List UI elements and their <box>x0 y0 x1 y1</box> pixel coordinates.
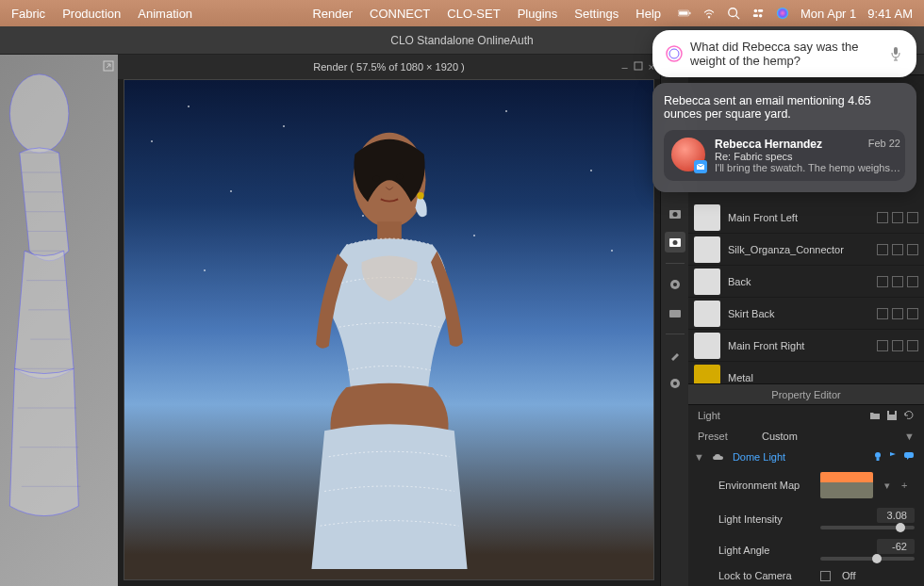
svg-point-8 <box>759 14 763 18</box>
rendered-figure <box>230 120 548 569</box>
object-label: Silk_Organza_Connector <box>728 244 869 255</box>
assistant-email-card[interactable]: Rebecca Hernandez Feb 22 Re: Fabric spec… <box>664 130 905 181</box>
menu-animation[interactable]: Animation <box>138 7 192 21</box>
card-subject: Re: Fabric specs <box>715 151 900 162</box>
preset-label: Preset <box>698 431 754 442</box>
dome-light-label[interactable]: Dome Light <box>733 451 785 463</box>
object-item[interactable]: Silk_Organza_Connector <box>688 234 924 266</box>
object-item[interactable]: Back <box>688 266 924 298</box>
tool-settings-camera[interactable] <box>665 302 685 323</box>
object-label: Main Front Left <box>728 212 869 223</box>
env-map-label: Environment Map <box>718 480 813 491</box>
object-actions[interactable] <box>877 276 918 287</box>
render-title: Render ( 57.5% of 1080 × 1920 ) <box>313 61 465 73</box>
flag-icon[interactable] <box>888 451 898 463</box>
tool-sparkle[interactable] <box>665 345 685 366</box>
battery-icon <box>678 7 691 20</box>
object-actions[interactable] <box>877 308 918 319</box>
tool-gear2[interactable] <box>665 373 685 394</box>
object-item[interactable]: Metal <box>688 362 924 383</box>
assistant-answer-text: Rebecca sent an email mentioning 4.65 ou… <box>664 94 905 121</box>
menu-connect[interactable]: CONNECT <box>370 7 430 21</box>
env-map-thumbnail[interactable] <box>820 472 873 498</box>
preset-dropdown[interactable]: Custom <box>762 431 897 442</box>
window-title: CLO Standalone OnlineAuth <box>390 34 533 47</box>
menu-closet[interactable]: CLO-SET <box>447 7 500 21</box>
object-label: Main Front Right <box>728 340 869 351</box>
search-icon[interactable] <box>727 7 740 20</box>
tool-snapshot-active[interactable] <box>665 232 685 252</box>
svg-point-15 <box>396 174 403 180</box>
object-item[interactable]: Main Front Left <box>688 202 924 234</box>
svg-rect-7 <box>753 14 758 17</box>
cloud-icon <box>712 452 725 462</box>
render-header: Render ( 57.5% of 1080 × 1920 ) – × <box>118 55 660 79</box>
save-icon[interactable] <box>886 410 898 421</box>
svg-point-39 <box>667 46 682 61</box>
menu-help[interactable]: Help <box>635 7 661 21</box>
add-icon[interactable]: + <box>901 480 907 491</box>
object-item[interactable]: Skirt Back <box>688 298 924 330</box>
reset-icon[interactable] <box>903 410 915 421</box>
mail-icon <box>694 160 707 173</box>
light-intensity-slider[interactable] <box>820 526 915 529</box>
assistant-query-bubble[interactable]: What did Rebecca say was the weight of t… <box>652 30 916 77</box>
card-name: Rebecca Hernandez <box>715 138 822 151</box>
svg-point-3 <box>729 8 737 17</box>
svg-rect-31 <box>669 310 681 317</box>
menu-production[interactable]: Production <box>62 7 121 21</box>
minimize-icon[interactable]: – <box>621 61 627 73</box>
menubar-time[interactable]: 9:41 AM <box>867 7 913 21</box>
svg-rect-2 <box>689 12 690 14</box>
chat-icon[interactable] <box>903 451 915 461</box>
render-viewport[interactable] <box>124 79 654 580</box>
svg-rect-37 <box>877 458 880 461</box>
bulb-icon[interactable] <box>873 451 883 463</box>
object-label: Metal <box>728 372 918 383</box>
object-swatch <box>694 333 720 359</box>
folder-icon[interactable] <box>869 410 881 421</box>
mic-icon[interactable] <box>888 46 903 61</box>
menu-fabric[interactable]: Fabric <box>11 7 45 21</box>
siri-icon[interactable] <box>776 7 789 20</box>
light-angle-value[interactable]: -62 <box>877 539 915 554</box>
chevron-down-icon[interactable]: ▾ <box>884 480 890 492</box>
object-swatch <box>694 204 720 231</box>
lock-camera-checkbox[interactable] <box>820 571 831 581</box>
tool-snapshot[interactable] <box>665 203 685 224</box>
card-date: Feb 22 <box>868 138 900 151</box>
menubar-date[interactable]: Mon Apr 1 <box>800 7 856 21</box>
popout-icon[interactable] <box>634 61 643 73</box>
wifi-icon[interactable] <box>702 7 716 20</box>
svg-point-5 <box>754 9 758 13</box>
object-swatch <box>694 269 720 295</box>
object-item[interactable]: Main Front Right <box>688 330 924 362</box>
assistant-overlay: What did Rebecca say was the weight of t… <box>652 30 916 192</box>
svg-rect-38 <box>904 452 914 458</box>
light-intensity-value[interactable]: 3.08 <box>877 508 915 523</box>
svg-point-28 <box>672 240 677 245</box>
menu-render[interactable]: Render <box>312 7 353 21</box>
light-label: Light <box>698 410 754 421</box>
svg-point-26 <box>672 212 677 217</box>
menu-settings[interactable]: Settings <box>574 7 619 21</box>
object-actions[interactable] <box>877 244 918 255</box>
object-actions[interactable] <box>877 340 918 351</box>
object-label: Back <box>728 276 869 287</box>
svg-point-9 <box>777 8 788 19</box>
control-center-icon[interactable] <box>751 7 765 20</box>
chevron-down-icon[interactable]: ▼ <box>694 451 704 463</box>
svg-point-14 <box>372 176 379 182</box>
avatar <box>671 138 705 171</box>
light-angle-slider[interactable] <box>820 557 915 561</box>
render-panel: Render ( 57.5% of 1080 × 1920 ) – × <box>118 55 660 586</box>
menu-plugins[interactable]: Plugins <box>518 7 558 21</box>
svg-line-4 <box>736 16 740 20</box>
tool-gear[interactable] <box>665 274 685 295</box>
svg-rect-41 <box>894 47 898 55</box>
object-actions[interactable] <box>877 212 918 223</box>
siri-icon <box>666 45 683 62</box>
lock-camera-value: Off <box>842 570 855 581</box>
chevron-down-icon[interactable]: ▼ <box>904 431 915 442</box>
lock-camera-label: Lock to Camera <box>718 570 813 581</box>
